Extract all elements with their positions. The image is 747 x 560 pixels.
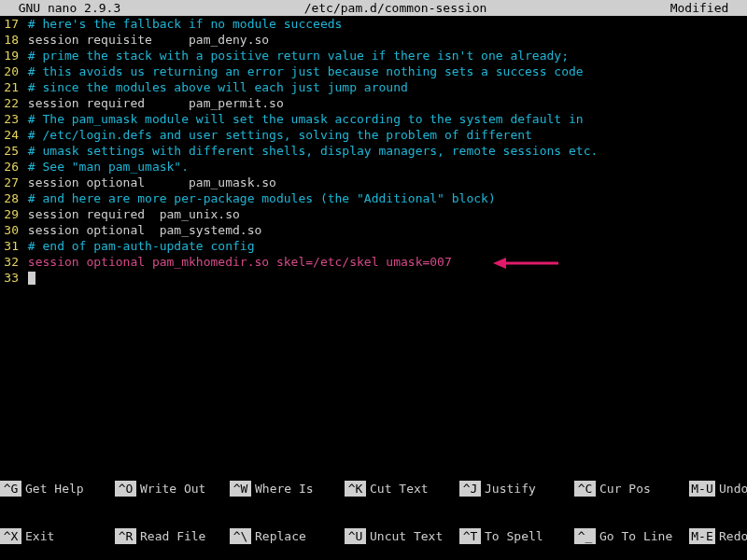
line-text: session optional pam_umask.so	[21, 175, 747, 190]
editor-line[interactable]: 20 # this avoids us returning an error j…	[0, 63, 747, 79]
line-text: # and here are more per-package modules …	[21, 190, 747, 206]
editor-line[interactable]: 30 session optional pam_systemd.so	[0, 222, 747, 238]
shortcut-row-2: ^XExit^RRead File^\Replace^UUncut Text^T…	[0, 528, 747, 544]
shortcut-row-1: ^GGet Help^OWrite Out^WWhere Is^KCut Tex…	[0, 481, 747, 497]
shortcut-label: Uncut Text	[370, 528, 443, 544]
shortcut-item[interactable]: ^XExit	[0, 528, 115, 544]
line-number: 28	[0, 190, 21, 206]
shortcut-label: Read File	[140, 528, 205, 544]
shortcut-item[interactable]: ^OWrite Out	[115, 481, 230, 497]
editor-line[interactable]: 26 # See "man pam_umask".	[0, 159, 747, 175]
line-number: 31	[0, 238, 21, 254]
titlebar: GNU nano 2.9.3 /etc/pam.d/common-session…	[0, 0, 747, 16]
shortcut-item[interactable]: ^UUncut Text	[345, 528, 459, 544]
shortcut-item[interactable]: ^WWhere Is	[230, 481, 345, 497]
line-text: session optional pam_mkhomedir.so skel=/…	[21, 254, 747, 270]
shortcut-item[interactable]: ^CCur Pos	[574, 481, 689, 497]
shortcut-key: ^O	[115, 481, 136, 497]
shortcut-key: ^J	[459, 481, 481, 497]
shortcut-label: Undo	[719, 481, 747, 497]
line-number: 20	[0, 63, 21, 79]
shortcut-key: ^X	[0, 528, 21, 544]
shortcut-label: Replace	[255, 528, 306, 544]
editor-area[interactable]: 17 # here's the fallback if no module su…	[0, 16, 747, 286]
editor-line[interactable]: 24 # /etc/login.defs and user settings, …	[0, 127, 747, 143]
shortcut-key: ^C	[574, 481, 596, 497]
app-version: GNU nano 2.9.3	[4, 0, 120, 16]
line-text	[21, 270, 747, 286]
shortcut-key: ^R	[115, 528, 136, 544]
shortcut-item[interactable]: M-ERedo	[689, 528, 747, 544]
line-text: # since the modules above will each just…	[21, 79, 747, 95]
editor-line[interactable]: 23 # The pam_umask module will set the u…	[0, 111, 747, 127]
editor-line[interactable]: 19 # prime the stack with a positive ret…	[0, 48, 747, 63]
editor-line[interactable]: 22 session required pam_permit.so	[0, 95, 747, 111]
shortcut-key: M-U	[689, 481, 715, 497]
line-number: 17	[0, 16, 21, 32]
line-number: 21	[0, 79, 21, 95]
shortcut-item[interactable]: ^KCut Text	[345, 481, 459, 497]
line-number: 29	[0, 206, 21, 222]
cursor	[28, 272, 35, 285]
shortcut-key: ^T	[459, 528, 481, 544]
line-number: 32	[0, 254, 21, 270]
line-text: # here's the fallback if no module succe…	[21, 16, 747, 32]
shortcut-label: Cur Pos	[599, 481, 651, 497]
line-number: 25	[0, 143, 21, 159]
shortcut-label: Redo	[719, 528, 747, 544]
editor-line[interactable]: 27 session optional pam_umask.so	[0, 175, 747, 190]
line-text: # end of pam-auth-update config	[21, 238, 747, 254]
shortcut-key: ^U	[345, 528, 366, 544]
shortcut-item[interactable]: ^_Go To Line	[574, 528, 689, 544]
editor-line[interactable]: 17 # here's the fallback if no module su…	[0, 16, 747, 32]
shortcut-item[interactable]: ^GGet Help	[0, 481, 115, 497]
shortcut-key: ^\	[230, 528, 251, 544]
shortcut-key: ^_	[574, 528, 596, 544]
shortcut-item[interactable]: M-UUndo	[689, 481, 747, 497]
line-text: session required pam_unix.so	[21, 206, 747, 222]
line-text: # /etc/login.defs and user settings, sol…	[21, 127, 747, 143]
shortcut-item[interactable]: ^\Replace	[230, 528, 345, 544]
line-text: # umask settings with different shells, …	[21, 143, 747, 159]
line-number: 27	[0, 175, 21, 190]
line-number: 22	[0, 95, 21, 111]
line-number: 23	[0, 111, 21, 127]
shortcut-label: To Spell	[485, 528, 543, 544]
modified-status: Modified	[670, 0, 743, 16]
line-text: # this avoids us returning an error just…	[21, 63, 747, 79]
line-text: # prime the stack with a positive return…	[21, 48, 747, 63]
editor-line[interactable]: 21 # since the modules above will each j…	[0, 79, 747, 95]
line-number: 19	[0, 48, 21, 63]
shortcut-key: ^W	[230, 481, 251, 497]
shortcut-label: Get Help	[25, 481, 84, 497]
editor-line[interactable]: 32 session optional pam_mkhomedir.so ske…	[0, 254, 747, 270]
line-text: session required pam_permit.so	[21, 95, 747, 111]
shortcut-label: Write Out	[140, 481, 205, 497]
line-text: # The pam_umask module will set the umas…	[21, 111, 747, 127]
editor-line[interactable]: 33	[0, 270, 747, 286]
shortcut-label: Exit	[25, 528, 54, 544]
editor-line[interactable]: 25 # umask settings with different shell…	[0, 143, 747, 159]
shortcut-item[interactable]: ^JJustify	[459, 481, 574, 497]
editor-line[interactable]: 31 # end of pam-auth-update config	[0, 238, 747, 254]
line-number: 33	[0, 270, 21, 286]
shortcut-label: Justify	[485, 481, 536, 497]
line-number: 30	[0, 222, 21, 238]
line-number: 18	[0, 32, 21, 48]
shortcut-label: Cut Text	[370, 481, 429, 497]
file-path: /etc/pam.d/common-session	[120, 0, 669, 16]
shortcut-item[interactable]: ^RRead File	[115, 528, 230, 544]
editor-line[interactable]: 29 session required pam_unix.so	[0, 206, 747, 222]
editor-line[interactable]: 18 session requisite pam_deny.so	[0, 32, 747, 48]
editor-line[interactable]: 28 # and here are more per-package modul…	[0, 190, 747, 206]
shortcut-label: Where Is	[255, 481, 314, 497]
line-text: session requisite pam_deny.so	[21, 32, 747, 48]
line-text: # See "man pam_umask".	[21, 159, 747, 175]
shortcut-key: ^K	[345, 481, 366, 497]
line-text: session optional pam_systemd.so	[21, 222, 747, 238]
shortcut-bar: ^GGet Help^OWrite Out^WWhere Is^KCut Tex…	[0, 449, 747, 560]
shortcut-item[interactable]: ^TTo Spell	[459, 528, 574, 544]
line-number: 24	[0, 127, 21, 143]
shortcut-key: M-E	[689, 528, 715, 544]
line-number: 26	[0, 159, 21, 175]
